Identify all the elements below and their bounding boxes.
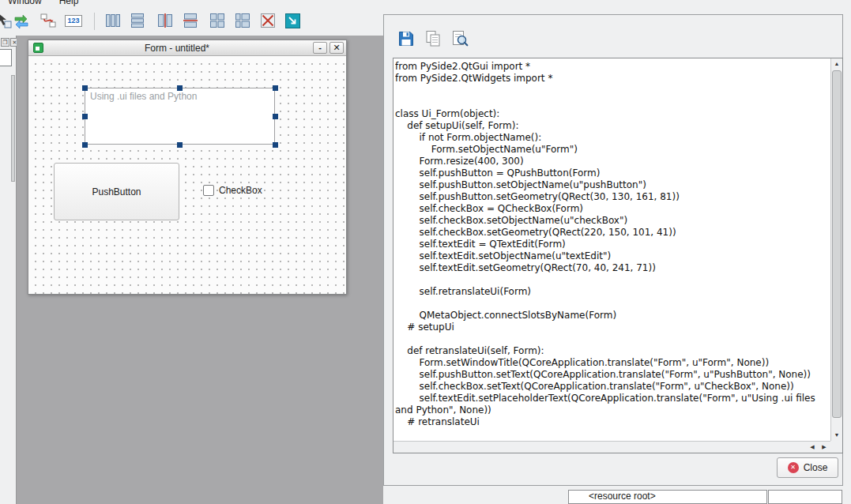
selection-handle-nw[interactable] xyxy=(82,85,88,91)
layout-horizontal-splitter-button[interactable] xyxy=(154,9,176,32)
pushbutton-widget[interactable]: PushButton xyxy=(54,163,179,220)
layout-vertical-splitter-button[interactable] xyxy=(179,9,201,32)
scrollbar-corner xyxy=(830,441,842,453)
form-canvas[interactable]: Using .ui files and Python PushButton Ch… xyxy=(28,57,346,294)
edit-buddies-button[interactable] xyxy=(37,9,59,32)
code-preview-dialog: from PySide2.QtGui import * from PySide2… xyxy=(383,14,843,486)
copy-icon xyxy=(424,29,442,48)
grid-layout-icon xyxy=(209,12,226,29)
layout-horizontally-button[interactable] xyxy=(102,9,124,32)
form-layout-icon xyxy=(234,12,251,29)
adjust-size-button[interactable] xyxy=(281,9,303,32)
form-window-title: Form - untitled* xyxy=(43,43,311,54)
widgetbox-scrollbar[interactable] xyxy=(11,75,15,182)
resource-root-item[interactable]: <resource root> xyxy=(569,491,766,502)
form-window-titlebar[interactable]: Form - untitled* - ✕ xyxy=(28,40,346,56)
scroll-right-arrow-icon[interactable]: ▶ xyxy=(819,442,830,453)
code-horizontal-scrollbar[interactable]: ◀ ▶ xyxy=(393,441,830,453)
buddy-editor-icon xyxy=(40,12,57,29)
find-icon xyxy=(450,29,469,48)
edit-signals-slots-button[interactable] xyxy=(10,9,32,32)
scroll-left-arrow-icon[interactable]: ◀ xyxy=(807,442,818,453)
signals-slots-icon xyxy=(13,12,30,29)
scroll-up-arrow-icon[interactable]: ▲ xyxy=(831,58,842,70)
close-window-button[interactable]: ✕ xyxy=(329,42,344,54)
resource-browser-side-panel xyxy=(768,490,842,504)
selection-handle-ne[interactable] xyxy=(273,85,278,91)
selection-handle-w[interactable] xyxy=(82,114,88,119)
find-button[interactable] xyxy=(449,28,470,49)
designer-form-icon xyxy=(33,43,43,53)
layout-horizontal-icon xyxy=(104,12,122,29)
selection-handle-sw[interactable] xyxy=(82,142,88,148)
adjust-size-icon xyxy=(283,11,302,30)
close-button-label: Close xyxy=(804,462,828,473)
resource-browser-panel: <resource root> xyxy=(568,490,767,504)
scroll-down-arrow-icon[interactable]: ▼ xyxy=(831,430,842,441)
save-button[interactable] xyxy=(395,28,416,49)
textedit-placeholder: Using .ui files and Python xyxy=(90,91,197,102)
widgetbox-filter-input[interactable] xyxy=(0,49,12,66)
minimize-button[interactable]: - xyxy=(313,42,327,54)
selection-handle-e[interactable] xyxy=(273,114,278,119)
break-layout-icon xyxy=(259,12,277,29)
layout-form-button[interactable] xyxy=(232,9,254,32)
checkbox-label: CheckBox xyxy=(219,185,262,196)
code-viewer[interactable]: from PySide2.QtGui import * from PySide2… xyxy=(393,58,843,453)
layout-vertically-button[interactable] xyxy=(126,9,149,32)
edit-tab-order-button[interactable]: 123 xyxy=(62,9,85,32)
selection-handle-se[interactable] xyxy=(273,142,278,148)
code-vertical-scrollbar[interactable]: ▲ ▼ xyxy=(830,58,842,441)
close-button[interactable]: ✕ Close xyxy=(777,457,838,478)
code-dialog-toolbar xyxy=(395,28,470,49)
dock-float-button[interactable]: ❐ xyxy=(1,38,9,47)
menu-help[interactable]: Help xyxy=(59,0,79,6)
dialog-close-icon: ✕ xyxy=(788,462,799,473)
toolbar-separator xyxy=(94,13,95,30)
selection-handle-s[interactable] xyxy=(177,142,183,148)
checkbox-box-icon xyxy=(203,185,214,196)
generated-code-text: from PySide2.QtGui import * from PySide2… xyxy=(395,61,829,440)
save-icon xyxy=(397,29,416,48)
textedit-widget[interactable]: Using .ui files and Python xyxy=(85,88,275,145)
layout-grid-button[interactable] xyxy=(206,9,228,32)
menubar: Window Help xyxy=(0,0,851,6)
tab-order-icon: 123 xyxy=(65,15,81,27)
break-layout-button[interactable] xyxy=(257,9,279,32)
checkbox-widget[interactable]: CheckBox xyxy=(203,185,262,196)
horizontal-splitter-icon xyxy=(156,12,174,29)
copy-button[interactable] xyxy=(422,28,443,49)
vertical-scroll-thumb[interactable] xyxy=(832,70,842,418)
selection-handle-n[interactable] xyxy=(177,85,183,91)
vertical-splitter-icon xyxy=(182,12,199,29)
menu-window[interactable]: Window xyxy=(8,0,42,6)
layout-vertical-icon xyxy=(129,12,146,29)
pushbutton-label: PushButton xyxy=(92,186,141,197)
form-editor-window: Form - untitled* - ✕ Using .ui files and… xyxy=(28,39,347,295)
